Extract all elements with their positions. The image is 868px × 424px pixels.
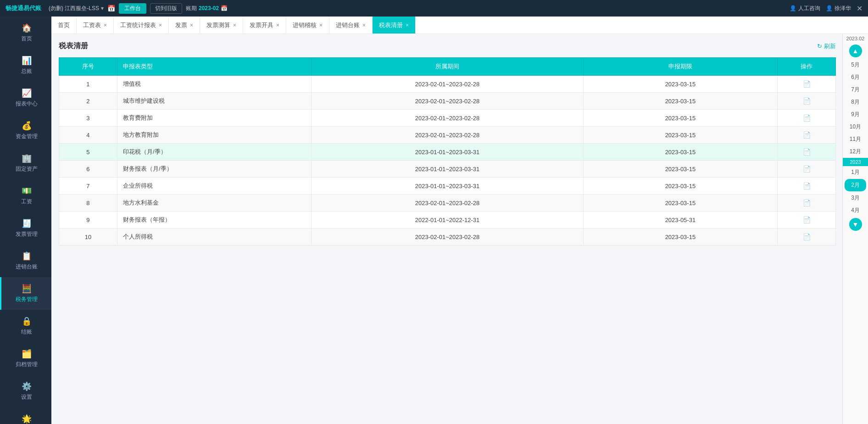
action-icon-8[interactable]: 📄: [803, 216, 811, 223]
sidebar-label-report: 报表中心: [16, 100, 38, 108]
action-icon-3[interactable]: 📄: [803, 131, 811, 139]
cell-type-0: 增值税: [117, 76, 311, 93]
tab-sales-ledger-close[interactable]: ×: [362, 22, 366, 28]
tab-invoice-open-close[interactable]: ×: [276, 22, 279, 28]
tab-bar: 首页 工资表 × 工资统计报表 × 发票 × 发票测算 × 发票开具 ×: [51, 17, 868, 34]
action-icon-1[interactable]: 📄: [803, 97, 811, 105]
cell-action-1: 📄: [778, 93, 836, 110]
sidebar-item-settings[interactable]: ⚙️ 设置: [0, 375, 51, 407]
sidebar-item-close[interactable]: 🔒 结账: [0, 310, 51, 342]
cal-month-2-current[interactable]: 2月: [845, 179, 866, 191]
cal-month-9[interactable]: 9月: [843, 108, 868, 121]
cal-month-8[interactable]: 8月: [843, 96, 868, 108]
tab-salary-stat[interactable]: 工资统计报表 ×: [114, 17, 169, 34]
close-window-icon[interactable]: ✕: [857, 4, 862, 13]
tab-salary-table-close[interactable]: ×: [104, 22, 107, 28]
sidebar-item-home[interactable]: 🏠 首页: [0, 17, 51, 49]
sidebar-label-salary: 工资: [21, 198, 32, 206]
tab-invoice[interactable]: 发票 ×: [169, 17, 200, 34]
dropdown-icon[interactable]: ▾: [101, 5, 104, 11]
sidebar-item-report[interactable]: 📈 报表中心: [0, 82, 51, 114]
sidebar-item-fund[interactable]: 💰 资金管理: [0, 114, 51, 147]
table-row: 8 地方水利基金 2023-02-01~2023-02-28 2023-03-1…: [59, 195, 836, 212]
cal-month-11[interactable]: 11月: [843, 133, 868, 145]
calendar-panel: 2023.02 ▲ 5月 6月 7月 8月 9月 10月 11月 12月 202…: [842, 34, 868, 424]
sidebar-item-sales[interactable]: 📋 进销台账: [0, 245, 51, 277]
guide-icon: 🌟: [22, 414, 32, 424]
action-icon-4[interactable]: 📄: [803, 148, 811, 156]
cell-seq-7: 8: [59, 195, 117, 212]
action-icon-7[interactable]: 📄: [803, 199, 811, 206]
cal-month-4[interactable]: 4月: [843, 204, 868, 217]
company-selector[interactable]: (勿删) 江西服垒-LSS ▾: [49, 5, 104, 12]
cal-month-7[interactable]: 7月: [843, 84, 868, 96]
tab-home[interactable]: 首页: [51, 17, 77, 34]
user-name: 徐泽华: [835, 5, 851, 12]
cell-type-9: 个人所得税: [117, 229, 311, 245]
cell-period-9: 2023-02-01~2023-02-28: [312, 229, 584, 245]
tab-sales-check[interactable]: 进销稽核 ×: [286, 17, 329, 34]
cell-declare-4: 2023-03-15: [583, 144, 777, 161]
tab-sales-check-close[interactable]: ×: [319, 22, 323, 28]
cal-month-3[interactable]: 3月: [843, 192, 868, 204]
assets-icon: 🏢: [22, 153, 32, 163]
page-header: 税表清册 ↻ 刷新: [59, 41, 836, 51]
cal-month-1[interactable]: 1月: [843, 166, 868, 179]
calendar-icon: 📅: [107, 5, 115, 12]
tab-salary-table[interactable]: 工资表 ×: [77, 17, 114, 34]
workbench-button[interactable]: 工作台: [119, 3, 146, 14]
sidebar-item-invoice[interactable]: 🧾 发票管理: [0, 212, 51, 245]
page-content: 税表清册 ↻ 刷新 序号 申报表类型 所属期间 申报期限 操作: [51, 34, 868, 424]
action-icon-2[interactable]: 📄: [803, 114, 811, 122]
cell-declare-3: 2023-03-15: [583, 127, 777, 144]
tab-tax-register-close[interactable]: ×: [406, 22, 409, 28]
calendar-up-button[interactable]: ▲: [849, 45, 862, 57]
human-service[interactable]: 👤 人工咨询: [790, 5, 820, 12]
cal-month-5[interactable]: 5月: [843, 59, 868, 71]
company-name: (勿删) 江西服垒-LSS: [49, 5, 99, 12]
cell-type-6: 企业所得税: [117, 178, 311, 195]
page-title: 税表清册: [59, 41, 88, 51]
user-info[interactable]: 👤 徐泽华: [826, 5, 851, 12]
cell-seq-1: 2: [59, 93, 117, 110]
tab-invoice-close[interactable]: ×: [190, 22, 193, 28]
table-row: 1 增值税 2023-02-01~2023-02-28 2023-03-15 📄: [59, 76, 836, 93]
sidebar-item-assets[interactable]: 🏢 固定资产: [0, 147, 51, 179]
sidebar-item-ledger[interactable]: 📊 总账: [0, 49, 51, 82]
sidebar-item-tax[interactable]: 🧮 税务管理: [0, 277, 51, 310]
sidebar-label-assets: 固定资产: [16, 165, 38, 173]
action-icon-6[interactable]: 📄: [803, 182, 811, 190]
tab-sales-ledger[interactable]: 进销台账 ×: [329, 17, 373, 34]
cell-type-8: 财务报表（年报）: [117, 212, 311, 229]
sidebar-item-guide[interactable]: 🌟 新手引导: [0, 407, 51, 424]
cell-declare-0: 2023-03-15: [583, 76, 777, 93]
service-icon: 👤: [790, 5, 796, 11]
action-icon-0[interactable]: 📄: [803, 80, 811, 88]
th-declare: 申报期限: [583, 58, 777, 76]
sidebar-item-salary[interactable]: 💵 工资: [0, 179, 51, 212]
cal-month-12[interactable]: 12月: [843, 145, 868, 158]
cell-declare-8: 2023-05-31: [583, 212, 777, 229]
refresh-button[interactable]: ↻ 刷新: [817, 42, 836, 50]
tab-invoice-calc-close[interactable]: ×: [233, 22, 236, 28]
action-icon-9[interactable]: 📄: [803, 233, 811, 240]
tab-invoice-open[interactable]: 发票开具 ×: [243, 17, 286, 34]
switch-old-button[interactable]: 切到旧版: [150, 3, 182, 14]
tab-tax-register-label: 税表清册: [379, 21, 403, 29]
cell-action-5: 📄: [778, 161, 836, 178]
th-period: 所属期间: [312, 58, 584, 76]
cell-declare-5: 2023-03-15: [583, 161, 777, 178]
period-calendar-icon[interactable]: 📅: [221, 5, 228, 11]
ledger-icon: 📊: [22, 56, 32, 66]
action-icon-5[interactable]: 📄: [803, 165, 811, 173]
tab-tax-register[interactable]: 税表清册 ×: [373, 17, 416, 34]
cell-action-2: 📄: [778, 110, 836, 127]
cal-month-6[interactable]: 6月: [843, 71, 868, 84]
cell-seq-0: 1: [59, 76, 117, 93]
cal-month-10[interactable]: 10月: [843, 121, 868, 133]
calendar-down-button[interactable]: ▼: [849, 218, 862, 231]
tab-invoice-calc[interactable]: 发票测算 ×: [200, 17, 243, 34]
sidebar-item-archive[interactable]: 🗂️ 归档管理: [0, 342, 51, 375]
cell-period-2: 2023-02-01~2023-02-28: [312, 110, 584, 127]
tab-salary-stat-close[interactable]: ×: [159, 22, 162, 28]
